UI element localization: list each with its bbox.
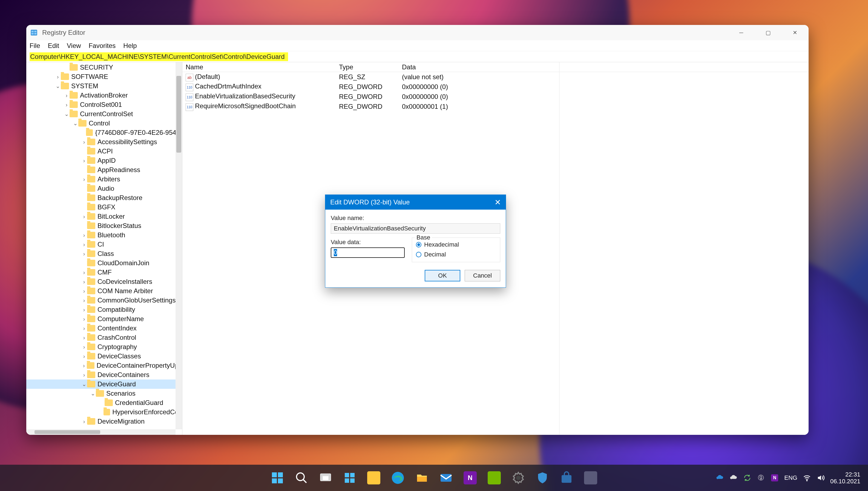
tree-twisty-icon[interactable]: ⌄: [55, 83, 61, 89]
tree-node[interactable]: HypervisorEnforcedCod: [26, 407, 182, 417]
close-button[interactable]: ✕: [788, 27, 802, 38]
store-button[interactable]: [557, 468, 576, 487]
tree-twisty-icon[interactable]: ›: [81, 241, 87, 248]
tray-volume-icon[interactable]: [816, 474, 825, 482]
tray-wifi-icon[interactable]: [803, 474, 811, 482]
tree-twisty-icon[interactable]: ⌄: [81, 381, 87, 387]
tray-onenote-icon[interactable]: N: [771, 474, 779, 482]
tree-twisty-icon[interactable]: ›: [81, 418, 87, 425]
list-row[interactable]: 110RequireMicrosoftSignedBootChainREG_DW…: [182, 102, 809, 112]
edge-button[interactable]: [388, 468, 407, 487]
col-separator[interactable]: [559, 62, 559, 435]
file-explorer-button[interactable]: [412, 468, 432, 487]
tree-vscrollbar[interactable]: [176, 62, 182, 429]
tree-node[interactable]: ›Compatibility: [26, 305, 182, 314]
address-path[interactable]: Computer\HKEY_LOCAL_MACHINE\SYSTEM\Curre…: [30, 52, 288, 61]
menu-file[interactable]: File: [30, 42, 40, 50]
search-button[interactable]: [292, 468, 311, 487]
tree-node[interactable]: CredentialGuard: [26, 398, 182, 407]
tree-node[interactable]: ›ContentIndex: [26, 324, 182, 333]
tree-node[interactable]: ⌄SYSTEM: [26, 81, 182, 91]
tray-clock[interactable]: 22:31 06.10.2021: [830, 471, 860, 485]
tray-language[interactable]: ENG: [784, 474, 797, 482]
value-name-field[interactable]: [331, 223, 500, 234]
security-button[interactable]: [533, 468, 552, 487]
tree-twisty-icon[interactable]: ⌄: [64, 111, 69, 117]
tree-twisty-icon[interactable]: ›: [64, 92, 69, 98]
list-row[interactable]: ab(Default)REG_SZ(value not set): [182, 72, 809, 82]
tree-node[interactable]: ›CI: [26, 240, 182, 249]
tree-twisty-icon[interactable]: ›: [81, 307, 87, 313]
explorer-pinned-1[interactable]: [364, 468, 383, 487]
tree-twisty-icon[interactable]: ›: [81, 279, 87, 285]
tree-node[interactable]: ›CrashControl: [26, 333, 182, 342]
tree-twisty-icon[interactable]: ›: [81, 269, 87, 276]
list-row[interactable]: 110EnableVirtualizationBasedSecurityREG_…: [182, 92, 809, 102]
onenote-button[interactable]: N: [461, 468, 480, 487]
start-button[interactable]: [268, 468, 287, 487]
col-type[interactable]: Type: [336, 63, 399, 71]
tree-node[interactable]: ›AccessibilitySettings: [26, 137, 182, 147]
tree-node[interactable]: ›DeviceMigration: [26, 417, 182, 426]
tree-node[interactable]: ›DeviceClasses: [26, 351, 182, 361]
radio-dec-icon[interactable]: [416, 252, 422, 257]
tree-node[interactable]: ›DeviceContainerPropertyUpd: [26, 361, 182, 370]
tree-twisty-icon[interactable]: ›: [81, 251, 87, 257]
tree-node[interactable]: ›COM Name Arbiter: [26, 286, 182, 296]
tree-twisty-icon[interactable]: ›: [81, 213, 87, 220]
tree-node[interactable]: SECURITY: [26, 63, 182, 72]
tree-node[interactable]: ›AppID: [26, 156, 182, 165]
tree-pane[interactable]: SECURITY›SOFTWARE⌄SYSTEM›ActivationBroke…: [26, 62, 182, 435]
tree-twisty-icon[interactable]: ›: [64, 102, 69, 108]
col-data[interactable]: Data: [399, 63, 809, 71]
tree-node[interactable]: AppReadiness: [26, 165, 182, 175]
menu-favorites[interactable]: Favorites: [89, 42, 116, 50]
tree-twisty-icon[interactable]: ›: [55, 74, 61, 80]
task-view-button[interactable]: [316, 468, 335, 487]
tray-onedrive-icon[interactable]: [716, 474, 724, 482]
list-row[interactable]: 110CachedDrtmAuthIndexREG_DWORD0x0000000…: [182, 82, 809, 92]
tree-node[interactable]: ›Bluetooth: [26, 230, 182, 240]
settings-button[interactable]: [509, 468, 528, 487]
tree-node[interactable]: ›ActivationBroker: [26, 91, 182, 100]
tree-node[interactable]: ›ComputerName: [26, 314, 182, 324]
tree-node[interactable]: ⌄Control: [26, 119, 182, 128]
tree-twisty-icon[interactable]: ›: [81, 353, 87, 359]
tray-network-icon[interactable]: ⓖ: [757, 474, 765, 482]
tree-node[interactable]: BGFX: [26, 202, 182, 212]
tray-sync-icon[interactable]: [743, 474, 751, 482]
maximize-button[interactable]: ▢: [762, 27, 775, 38]
menu-help[interactable]: Help: [123, 42, 136, 50]
tree-node[interactable]: ›Class: [26, 249, 182, 258]
tree-twisty-icon[interactable]: ›: [81, 363, 87, 369]
tree-node[interactable]: ›Arbiters: [26, 175, 182, 184]
taskbar[interactable]: N ⓖ N ENG 22:31 06.10.2021: [0, 465, 868, 491]
widgets-button[interactable]: [340, 468, 359, 487]
menu-view[interactable]: View: [67, 42, 81, 50]
tree-twisty-icon[interactable]: ›: [81, 157, 87, 164]
tree-node[interactable]: {7746D80F-97E0-4E26-9543-: [26, 128, 182, 137]
radio-dec[interactable]: Decimal: [416, 251, 496, 258]
radio-hex[interactable]: Hexadecimal: [416, 241, 496, 248]
tree-twisty-icon[interactable]: ›: [81, 316, 87, 322]
tree-twisty-icon[interactable]: ›: [81, 335, 87, 341]
tree-twisty-icon[interactable]: ›: [81, 176, 87, 182]
tree-twisty-icon[interactable]: ›: [81, 288, 87, 294]
tree-node[interactable]: ›CommonGlobUserSettings: [26, 296, 182, 305]
tree-twisty-icon[interactable]: ›: [81, 372, 87, 378]
tree-twisty-icon[interactable]: ›: [81, 344, 87, 350]
tree-node[interactable]: ›SOFTWARE: [26, 72, 182, 81]
tray-cloud-icon[interactable]: [730, 474, 738, 482]
tree-node[interactable]: ›CoDeviceInstallers: [26, 277, 182, 286]
minimize-button[interactable]: ─: [735, 27, 748, 38]
cancel-button[interactable]: Cancel: [465, 270, 500, 281]
tree-node[interactable]: ⌄CurrentControlSet: [26, 109, 182, 119]
list-header[interactable]: Name Type Data: [182, 62, 809, 72]
col-name[interactable]: Name: [182, 63, 336, 71]
tree-node[interactable]: ⌄Scenarios: [26, 389, 182, 398]
tree-twisty-icon[interactable]: ›: [81, 139, 87, 145]
address-bar[interactable]: Computer\HKEY_LOCAL_MACHINE\SYSTEM\Curre…: [26, 51, 809, 62]
radio-hex-icon[interactable]: [416, 242, 422, 248]
tree-node[interactable]: ›Cryptography: [26, 342, 182, 351]
menu-edit[interactable]: Edit: [48, 42, 59, 50]
